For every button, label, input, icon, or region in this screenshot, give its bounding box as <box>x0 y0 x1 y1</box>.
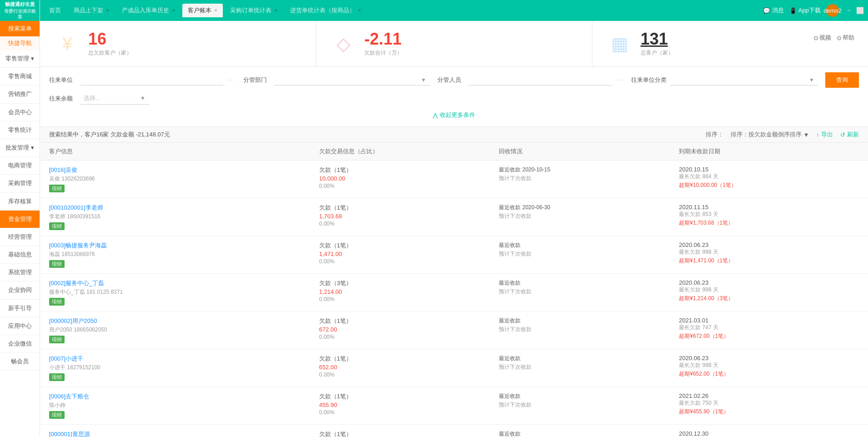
app-download-button[interactable]: 📱 App下载 <box>789 6 821 15</box>
debt-info-cell: 欠款（3笔） 1,214.00 0.00% <box>319 279 499 302</box>
sidebar-item-marketing[interactable]: 营销推广 <box>0 85 40 103</box>
overdue-amount[interactable]: 超期¥10,000.00（1笔） <box>679 181 859 189</box>
customer-name-link[interactable]: [0007]小进干 <box>49 355 83 362</box>
tab-product-offshelf[interactable]: 商品上下架 × <box>68 4 115 17</box>
quick-nav[interactable]: 快捷导航 <box>0 36 40 50</box>
customer-name-link[interactable]: [0006]去下粮仓 <box>49 393 89 400</box>
overdue-amount[interactable]: 超期¥652.00（1笔） <box>679 370 859 378</box>
balance-label: 往来余额 <box>49 95 76 103</box>
dept-select[interactable]: ▼ <box>274 75 430 85</box>
customer-name-link[interactable]: [000001]黄思源 <box>49 431 90 437</box>
download-icon: 📱 <box>789 7 797 14</box>
sidebar-item-basic-info[interactable]: 基础信息 <box>0 246 40 264</box>
sidebar-item-ecom-manage[interactable]: 电商管理 <box>0 157 40 175</box>
sidebar-item-purchase-manage[interactable]: 采购管理 <box>0 175 40 192</box>
debt-info-cell: 欠款（1笔） 652.00 0.00% <box>319 355 499 378</box>
due-date-value: 2020.06.23 <box>679 279 859 286</box>
content-area: ¥ 16 总欠款客户（家） ◇ -2.11 欠款合计（万） ▦ 131 总客户（… <box>40 21 868 437</box>
overdue-amount[interactable]: 超期¥455.90（1笔） <box>679 408 859 416</box>
return-info-cell: 最近收款 预计下次收款 <box>499 317 679 333</box>
customer-name-link[interactable]: [0002]服务中心_丁磊 <box>49 280 104 286</box>
tab-home[interactable]: 首页 <box>44 4 66 17</box>
sidebar-item-label: 经营管理 <box>8 233 32 241</box>
customer-name-link[interactable]: [0001020001]李老师 <box>49 204 103 211</box>
customer-name-link[interactable]: [0003]畅捷服务尹海蕊 <box>49 242 107 249</box>
window-controls: － ⬜ <box>844 6 864 15</box>
close-icon[interactable]: × <box>274 7 277 14</box>
due-date-value: 2021.02.26 <box>679 392 859 399</box>
person-input[interactable] <box>468 75 612 85</box>
sidebar-item-sys-manage[interactable]: 系统管理 <box>0 264 40 281</box>
customer-phone: 海蕊 18513066976 <box>49 251 319 258</box>
sidebar-item-finance[interactable]: 资金管理 <box>0 211 40 228</box>
close-icon[interactable]: × <box>358 7 361 14</box>
sidebar-item-retail-stats[interactable]: 零售统计 <box>0 121 40 139</box>
due-date-cell: 2020.12.30 最长欠款 808 天 超期¥429.00（1笔） <box>679 430 859 437</box>
customer-info-cell: [0002]服务中心_丁磊 服务中心_丁磊 181 0125 8371 现销 <box>49 279 319 306</box>
return-latest: 最近收款 <box>499 355 679 362</box>
tab-product-instock[interactable]: 产成品入库单历史 × <box>116 4 181 17</box>
customer-info-cell: [000001]黄思源 黄思源 13552700226 现销 <box>49 430 319 437</box>
source-unit-dots-icon[interactable]: ··· <box>227 76 236 84</box>
stat-card-debt-total: ◇ -2.11 欠款合计（万） <box>316 21 592 66</box>
results-right: 排序： 排序：按欠款金额倒序排序 ▼ ↑ 导出 ↺ 刷新 <box>706 131 859 139</box>
source-unit-input[interactable] <box>80 75 223 85</box>
sidebar-item-retail-manage[interactable]: 零售管理 ▾ <box>0 50 40 68</box>
person-dots-icon[interactable]: ··· <box>615 76 624 84</box>
debt-customers-label: 总欠款客户（家） <box>88 49 132 57</box>
refresh-button[interactable]: ↺ 刷新 <box>840 131 859 139</box>
table-row: [0001020001]李老师 李老师 18600391516 现销 欠款（1笔… <box>40 198 868 236</box>
customer-phone: 用户2050 18665062050 <box>49 326 319 334</box>
table-row: [0003]畅捷服务尹海蕊 海蕊 18513066976 现销 欠款（1笔） 1… <box>40 236 868 274</box>
sidebar-item-stock-check[interactable]: 库存核算 <box>0 193 40 211</box>
overdue-days: 最长欠款 853 天 <box>679 211 859 218</box>
topbar-right: 💬 消息 📱 App下载 demo2 － ⬜ <box>763 4 864 17</box>
customer-name-link[interactable]: [0016]吴俊 <box>49 166 77 173</box>
sidebar-item-member[interactable]: 会员中心 <box>0 104 40 121</box>
sidebar-item-newbie[interactable]: 新手引导 <box>0 300 40 317</box>
close-icon[interactable]: × <box>106 7 109 14</box>
sort-button[interactable]: 排序：按欠款金额倒序排序 ▼ <box>731 131 809 139</box>
sidebar-item-corp-collab[interactable]: 企业协同 <box>0 281 40 299</box>
help-button[interactable]: ⊙ 帮助 <box>837 34 854 42</box>
query-button[interactable]: 查询 <box>825 72 859 88</box>
avatar[interactable]: demo2 <box>826 4 839 17</box>
return-next: 预计下次收款 <box>499 363 679 371</box>
maximize-icon[interactable]: ⬜ <box>855 6 864 15</box>
return-next: 预计下次收款 <box>499 212 679 220</box>
sidebar-item-retail-mall[interactable]: 零售商城 <box>0 68 40 85</box>
search-menu-button[interactable]: 搜索菜单 <box>0 21 40 36</box>
tab-purchase-order-stats[interactable]: 采购订单统计表 × <box>225 4 283 17</box>
export-button[interactable]: ↑ 导出 <box>817 131 833 139</box>
sidebar-item-label: 采购管理 <box>8 179 32 187</box>
customer-tag: 现销 <box>49 373 65 381</box>
sidebar-item-app-center[interactable]: 应用中心 <box>0 317 40 335</box>
overdue-amount[interactable]: 超期¥1,471.00（1笔） <box>679 257 859 265</box>
overdue-amount[interactable]: 超期¥1,214.00（3笔） <box>679 295 859 302</box>
close-icon[interactable]: × <box>214 7 217 14</box>
close-icon[interactable]: × <box>172 7 175 14</box>
minimize-icon[interactable]: － <box>844 6 853 15</box>
customer-name-link[interactable]: [000002]用户2050 <box>49 317 97 324</box>
customer-tag: 现销 <box>49 298 65 306</box>
unit-category-select[interactable]: ▼ <box>670 75 818 85</box>
debt-info-cell: 欠款（1笔） 429.00 0.00% <box>319 430 499 437</box>
tab-customer-account[interactable]: 客户账本 × <box>182 4 223 17</box>
sidebar-item-batch-manage[interactable]: 批发管理 ▾ <box>0 139 40 157</box>
overdue-amount[interactable]: 超期¥672.00（1笔） <box>679 332 859 340</box>
tab-stock-stats[interactable]: 进货单统计表（按商品） × <box>285 4 366 17</box>
balance-select[interactable]: 选择... ▼ <box>80 92 149 105</box>
sidebar-item-label: 畅会员 <box>11 357 29 366</box>
return-info-cell: 最近收款 预计下次收款 <box>499 392 679 409</box>
chevron-down-icon: ▼ <box>803 131 809 138</box>
due-date-value: 2020.06.23 <box>679 355 859 362</box>
debt-pct: 0.00% <box>319 296 499 302</box>
sidebar-item-corp-wechat[interactable]: 企业微信 <box>0 335 40 353</box>
sidebar-item-biz-manage[interactable]: 经营管理 <box>0 228 40 246</box>
customer-info-cell: [0016]吴俊 吴俊 13026203696 现销 <box>49 166 319 192</box>
message-button[interactable]: 💬 消息 <box>763 6 784 15</box>
collapse-button[interactable]: ⋀ 收起更多条件 <box>49 109 859 121</box>
sidebar-item-vip-member[interactable]: 畅会员 <box>0 353 40 371</box>
video-button[interactable]: ⊙ 视频 <box>813 34 831 42</box>
overdue-amount[interactable]: 超期¥1,703.68（1笔） <box>679 219 859 227</box>
